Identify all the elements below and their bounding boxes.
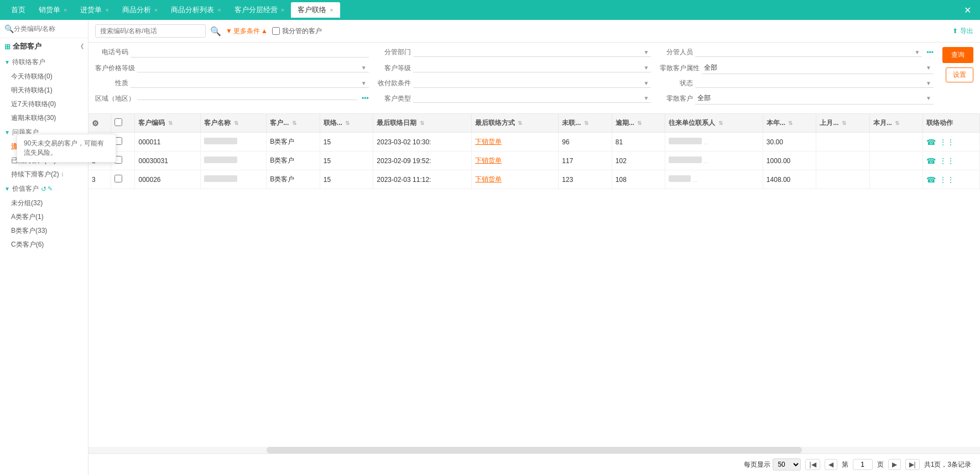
- action-more-3[interactable]: ⋮⋮: [939, 175, 955, 184]
- close-sales-tab[interactable]: ×: [64, 7, 67, 13]
- tab-product-analysis[interactable]: 商品分析 ×: [116, 2, 164, 18]
- filter-retail-attr-select[interactable]: 全部 ▼: [702, 62, 934, 74]
- th-checkbox: [111, 114, 135, 133]
- close-purchase-tab[interactable]: ×: [105, 7, 108, 13]
- tab-sales[interactable]: 销货单 ×: [32, 2, 74, 18]
- th-last-way[interactable]: 最后联络方式 ⇅: [472, 114, 559, 133]
- tab-customer-contact[interactable]: 客户联络 ×: [291, 2, 340, 18]
- filter-dept-select[interactable]: ▼: [413, 48, 651, 57]
- export-label: 导出: [960, 27, 973, 36]
- th-type[interactable]: 客户... ⇅: [267, 114, 320, 133]
- tab-purchase[interactable]: 进货单 ×: [74, 2, 115, 18]
- td-overdue-1: 81: [612, 133, 665, 152]
- td-overdue-2: 102: [612, 152, 665, 170]
- tab-product-list[interactable]: 商品分析列表 ×: [164, 2, 227, 18]
- th-this-month[interactable]: 本月... ⇅: [869, 114, 923, 133]
- th-code[interactable]: 客户编码 ⇅: [135, 114, 201, 133]
- setting-button[interactable]: 设置: [946, 67, 973, 82]
- my-customers-checkbox-label[interactable]: 我分管的客户: [272, 27, 322, 36]
- close-product-list-tab[interactable]: ×: [217, 7, 221, 13]
- more-conditions-button[interactable]: ▼ 更多条件 ▲: [226, 27, 268, 36]
- filter-price-grade-select[interactable]: ▼: [137, 64, 369, 72]
- sidebar-item-overdue[interactable]: 逾期未联络(30): [0, 111, 88, 125]
- sidebar-item-c-class[interactable]: C类客户(6): [0, 238, 88, 252]
- sidebar-collapse-btn[interactable]: 《: [77, 43, 84, 51]
- filter-customer-type-select[interactable]: ▼: [413, 94, 651, 103]
- last-way-link-2[interactable]: 下销货单: [475, 156, 502, 164]
- close-product-analysis-tab[interactable]: ×: [154, 7, 158, 13]
- gear-icon[interactable]: ⚙: [92, 119, 99, 128]
- export-button[interactable]: ⬆ 导出: [952, 27, 973, 36]
- horizontal-scrollbar[interactable]: [88, 447, 980, 453]
- sidebar-item-tomorrow[interactable]: 明天待联络(1): [0, 83, 88, 97]
- td-this-month-3: [869, 170, 923, 189]
- sidebar-search-input[interactable]: [14, 25, 88, 33]
- filter-nature-select[interactable]: ▼: [131, 79, 369, 88]
- last-page-button[interactable]: ▶|: [905, 459, 920, 470]
- sidebar-item-ungroup[interactable]: 未分组(32): [0, 196, 88, 210]
- sidebar-item-b-class[interactable]: B类客户(33): [0, 224, 88, 238]
- close-customer-layer-tab[interactable]: ×: [281, 7, 284, 13]
- my-customers-checkbox[interactable]: [272, 27, 280, 35]
- sidebar-search-icon: 🔍: [4, 24, 14, 33]
- close-customer-contact-tab[interactable]: ×: [330, 7, 333, 13]
- sidebar-section-value[interactable]: ▼ 价值客户 ↺ ✎: [0, 181, 88, 196]
- th-contact-person[interactable]: 往来单位联系人 ⇅: [665, 114, 763, 133]
- filter-customer-grade-select[interactable]: ▼: [413, 64, 651, 72]
- query-button[interactable]: 查询: [942, 47, 973, 63]
- filter-region-select[interactable]: [137, 97, 357, 100]
- per-page-select[interactable]: 50 100 200: [773, 458, 801, 471]
- action-phone-3[interactable]: ☎: [926, 175, 936, 184]
- action-phone-2[interactable]: ☎: [926, 156, 936, 165]
- filter-status-select[interactable]: ▼: [695, 79, 934, 88]
- refresh-icon-value[interactable]: ↺: [41, 185, 46, 193]
- filter-retail-customer-select[interactable]: 全部 ▼: [695, 92, 934, 105]
- filter-person-select[interactable]: ▼: [695, 48, 922, 57]
- sidebar-item-a-class[interactable]: A类客户(1): [0, 210, 88, 224]
- action-more-1[interactable]: ⋮⋮: [939, 138, 955, 147]
- next-page-button[interactable]: ▶: [888, 459, 901, 470]
- sidebar-section-pending[interactable]: ▼ 待联络客户: [0, 55, 88, 70]
- filter-payment-select[interactable]: ▼: [413, 79, 651, 88]
- action-phone-1[interactable]: ☎: [926, 138, 936, 147]
- th-overdue[interactable]: 逾期... ⇅: [612, 114, 665, 133]
- th-last-date[interactable]: 最后联络日期 ⇅: [373, 114, 472, 133]
- prev-page-button[interactable]: ◀: [825, 459, 837, 470]
- filter-phone-input[interactable]: [131, 47, 369, 58]
- action-more-2[interactable]: ⋮⋮: [939, 156, 955, 165]
- sidebar-section-value-label: 价值客户: [12, 184, 39, 194]
- table-row: 1 000011 B类客户 15 2023-03-02 10:30: 下销货单: [88, 133, 980, 152]
- th-uncontacted[interactable]: 未联... ⇅: [559, 114, 612, 133]
- last-way-link-3[interactable]: 下销货单: [475, 175, 502, 183]
- th-this-year[interactable]: 本年... ⇅: [763, 114, 816, 133]
- last-way-link-1[interactable]: 下销货单: [475, 138, 502, 145]
- row-checkbox-3[interactable]: [114, 175, 122, 182]
- main-layout: 🔍 ⊞ 全部客户 《 ▼ 待联络客户 今天待联络(0) 明天待联络(1) 近7天…: [0, 20, 980, 475]
- tab-customer-layer[interactable]: 客户分层经营 ×: [228, 2, 291, 18]
- sidebar-item-today[interactable]: 今天待联络(0): [0, 70, 88, 83]
- td-this-month-1: [869, 133, 923, 152]
- dots-region[interactable]: •••: [362, 95, 369, 102]
- chevron-down-status: ▼: [926, 80, 931, 86]
- dots-person[interactable]: •••: [926, 49, 934, 56]
- first-page-button[interactable]: |◀: [805, 459, 820, 470]
- sidebar-item-7days[interactable]: 近7天待联络(0): [0, 97, 88, 111]
- search-button[interactable]: 🔍: [210, 26, 221, 36]
- th-contact[interactable]: 联络... ⇅: [320, 114, 373, 133]
- th-last-month[interactable]: 上月... ⇅: [816, 114, 870, 133]
- filter-dept: 分管部门 ▼: [378, 48, 651, 57]
- page-input[interactable]: [853, 459, 873, 470]
- edit-icon-value[interactable]: ✎: [48, 185, 53, 192]
- window-close-button[interactable]: ✕: [960, 5, 976, 15]
- td-last-month-1: [816, 133, 870, 152]
- select-all-checkbox[interactable]: [114, 118, 122, 126]
- sidebar-item-declining[interactable]: 持续下滑客户(2) ℹ: [0, 168, 88, 181]
- sidebar-root-group[interactable]: ⊞ 全部客户 《: [0, 38, 88, 55]
- filter-person: 分管人员 ▼ •••: [660, 48, 934, 57]
- tab-home[interactable]: 首页: [4, 2, 32, 18]
- filter-retail-customer: 零散客户 全部 ▼: [660, 92, 934, 105]
- th-name[interactable]: 客户名称 ⇅: [201, 114, 267, 133]
- total-label: 共1页，3条记录: [924, 460, 971, 469]
- top-tabbar: 首页 销货单 × 进货单 × 商品分析 × 商品分析列表 × 客户分层经营 × …: [0, 0, 980, 20]
- search-input[interactable]: [95, 24, 206, 38]
